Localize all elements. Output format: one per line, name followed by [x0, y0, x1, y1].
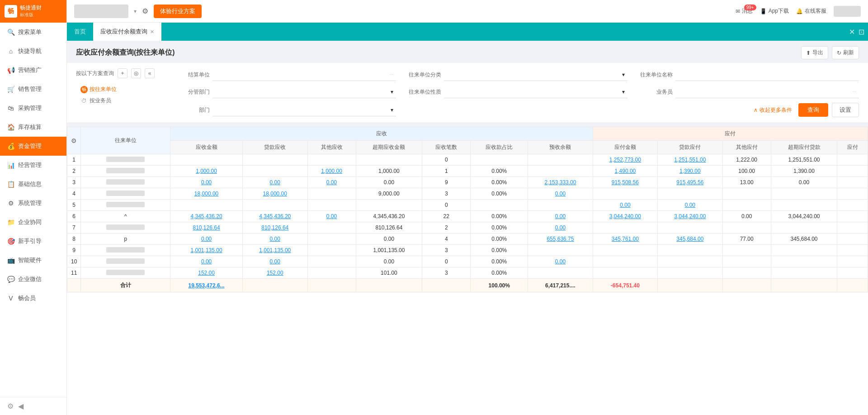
- partner-nature-input[interactable]: ▾: [444, 86, 627, 98]
- smart-hw-icon: 📺: [7, 257, 14, 264]
- settings-icon[interactable]: ⚙: [7, 402, 14, 410]
- footer-ap-suffix: [837, 279, 868, 292]
- tabbar: 首页 应收应付余额查询 ✕ ✕ ⊡: [67, 23, 868, 41]
- home-icon: ⌂: [7, 48, 14, 55]
- logo-badge: 标准版: [20, 12, 42, 18]
- partner-option-icon: 畅: [80, 86, 88, 93]
- table-footer-row: 合计 19,553,472,6... 100.00% 6,417,215....…: [67, 279, 868, 292]
- topbar-settings-icon[interactable]: ⚙: [142, 7, 148, 15]
- ar-ratio-header: 应收款占比: [471, 141, 528, 154]
- sidebar-item-enterprise-wx[interactable]: 💬 企业微信: [0, 270, 66, 289]
- sidebar-item-inventory[interactable]: 🏠 库存核算: [0, 118, 66, 137]
- partner-name-input[interactable]: [675, 68, 859, 81]
- other-ar-header: 其他应收: [307, 141, 356, 154]
- inventory-icon: 🏠: [7, 124, 14, 131]
- tab-close-icon[interactable]: ✕: [150, 29, 154, 35]
- sidebar-item-finance[interactable]: 💰 资金管理: [0, 137, 66, 156]
- collapse-icon[interactable]: ◀: [18, 402, 24, 410]
- sidebar-item-label: 经营管理: [18, 161, 42, 169]
- export-icon: ⬆: [806, 50, 811, 56]
- tab-expand-icon[interactable]: ⊡: [859, 28, 864, 36]
- sidebar-item-guide[interactable]: 🎯 新手引导: [0, 232, 66, 251]
- logo-icon: 畅: [5, 5, 17, 18]
- topbar-brand: [74, 5, 128, 18]
- member-icon: V: [7, 295, 14, 302]
- filter-by-partner[interactable]: 畅 按往来单位: [76, 84, 166, 95]
- sidebar-item-label: 快捷导航: [18, 47, 42, 55]
- online-service-button[interactable]: 🔔 在线客服: [796, 7, 826, 15]
- finance-icon: 💰: [7, 143, 14, 150]
- filter-collapse-button[interactable]: ∧ 收起更多条件: [751, 104, 795, 117]
- sidebar-item-label: 销售管理: [18, 85, 42, 93]
- sidebar-item-label: 系统管理: [18, 199, 42, 207]
- sidebar-item-smart-hw[interactable]: 📺 智能硬件: [0, 251, 66, 270]
- sidebar-item-system[interactable]: ⚙ 系统管理: [0, 194, 66, 213]
- settlement-unit-input[interactable]: ···: [212, 68, 396, 81]
- division-input[interactable]: ▾: [212, 86, 396, 98]
- tab-close-all-icon[interactable]: ✕: [849, 28, 855, 36]
- filter-area: 按以下方案查询 + ◎ « 畅 按往来单位 ⏱ 按业务员: [67, 63, 868, 123]
- page-actions: ⬆ 导出 ↻ 刷新: [801, 46, 859, 59]
- salesperson-input[interactable]: ···: [675, 86, 859, 98]
- department-field: 部门 ▾: [174, 103, 396, 117]
- table-settings-header[interactable]: ⚙: [67, 127, 81, 154]
- sidebar-item-search-menu[interactable]: 🔍 搜索菜单: [0, 23, 66, 42]
- refresh-button[interactable]: ↻ 刷新: [832, 46, 859, 59]
- sidebar-item-quick-nav[interactable]: ⌂ 快捷导航: [0, 42, 66, 61]
- partner-category-label: 往来单位分类: [405, 71, 441, 79]
- sidebar-item-enterprise[interactable]: 📁 企业协同: [0, 213, 66, 232]
- sidebar-item-member[interactable]: V 畅会员: [0, 289, 66, 308]
- sidebar-item-operations[interactable]: 📊 经营管理: [0, 156, 66, 175]
- tab-ar-ap[interactable]: 应收应付余额查询 ✕: [93, 23, 161, 41]
- query-button[interactable]: 查询: [798, 103, 828, 117]
- filter-by-salesperson[interactable]: ⏱ 按业务员: [76, 95, 166, 106]
- clock-icon: ⏱: [80, 98, 88, 104]
- basic-info-icon: 📋: [7, 181, 14, 188]
- filter-add-button[interactable]: +: [118, 68, 127, 78]
- sidebar-item-label: 资金管理: [18, 142, 42, 150]
- user-avatar[interactable]: [834, 6, 861, 17]
- refresh-icon: ↻: [837, 50, 841, 56]
- app-download-button[interactable]: 📱 App下载: [760, 7, 789, 15]
- filter-back-button[interactable]: «: [145, 68, 155, 78]
- table-row: 4██████████18,000.0018,000.009,000.0030.…: [67, 188, 868, 200]
- solution-button[interactable]: 体验行业方案: [154, 5, 202, 18]
- sidebar-item-purchase[interactable]: 🛍 采购管理: [0, 99, 66, 118]
- ap-amount-header: 应付金额: [593, 141, 657, 154]
- export-button[interactable]: ⬆ 导出: [801, 46, 828, 59]
- settings-filter-button[interactable]: 设置: [832, 103, 859, 117]
- partner-name-label: 往来单位名称: [637, 71, 673, 79]
- sidebar-item-sales[interactable]: 🛒 销售管理: [0, 80, 66, 99]
- partner-category-field: 往来单位分类 ▾: [405, 68, 627, 81]
- salesperson-label: 业务员: [637, 88, 673, 96]
- table-settings-icon[interactable]: ⚙: [71, 137, 77, 144]
- ar-group-header: 应收: [170, 127, 593, 141]
- sidebar-item-marketing[interactable]: 📢 营销推广: [0, 61, 66, 80]
- settlement-unit-field: 结算单位 ···: [174, 68, 396, 81]
- sidebar-item-basic-info[interactable]: 📋 基础信息: [0, 175, 66, 194]
- topbar-chevron-icon[interactable]: ▾: [134, 8, 137, 14]
- filter-by-partner-label: 按往来单位: [90, 86, 117, 93]
- overdue-ap-header: 超期应付贷款: [771, 141, 837, 154]
- ap-group-header: 应付: [593, 127, 868, 141]
- table-wrapper[interactable]: ⚙ 往来单位 应收 应付 应收金额 贷款应收 其他应收 超期应收金额 应收笔数: [67, 127, 868, 415]
- filter-scheme-label: 按以下方案查询: [76, 70, 114, 77]
- overdue-ar-header: 超期应收金额: [356, 141, 422, 154]
- message-button[interactable]: ✉ 消息 99+: [736, 7, 753, 15]
- system-icon: ⚙: [7, 200, 14, 207]
- partner-category-input[interactable]: ▾: [444, 68, 627, 81]
- operations-icon: 📊: [7, 162, 14, 169]
- guide-icon: 🎯: [7, 238, 14, 245]
- enterprise-wx-icon: 💬: [7, 276, 14, 283]
- sidebar-item-label: 营销推广: [18, 66, 42, 74]
- footer-overdue-ap: [771, 279, 837, 292]
- sidebar-item-label: 智能硬件: [18, 256, 42, 264]
- division-label: 分管部门: [174, 88, 210, 96]
- department-input[interactable]: ▾: [212, 104, 396, 116]
- table-container: ⚙ 往来单位 应收 应付 应收金额 贷款应收 其他应收 超期应收金额 应收笔数: [67, 127, 868, 415]
- partner-nature-field: 往来单位性质 ▾: [405, 86, 627, 98]
- filter-circle-button[interactable]: ◎: [131, 68, 141, 78]
- tab-home[interactable]: 首页: [67, 23, 93, 41]
- chevron-up-icon: ∧: [754, 107, 758, 113]
- service-icon: 🔔: [796, 8, 803, 14]
